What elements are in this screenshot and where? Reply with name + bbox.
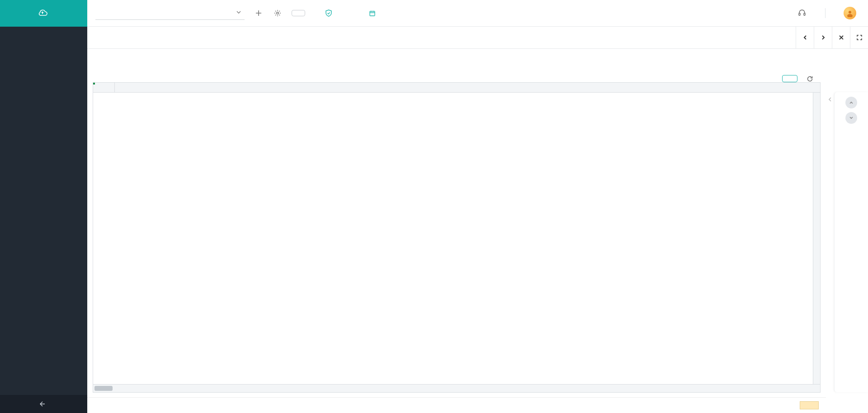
- tabs: [87, 27, 796, 48]
- unpin-button[interactable]: [0, 395, 87, 413]
- select-all-corner[interactable]: [93, 83, 115, 92]
- tabs-prev-button[interactable]: [796, 27, 814, 48]
- footer-note: [87, 397, 826, 413]
- tabs-row: [87, 27, 868, 49]
- headset-icon: [798, 9, 806, 17]
- tab-home[interactable]: [87, 27, 104, 48]
- company-input[interactable]: [95, 6, 245, 20]
- refresh-icon: [807, 75, 813, 82]
- shield-icon: [325, 9, 332, 17]
- subtabs-row: [87, 58, 826, 82]
- settings-gear-button[interactable]: [273, 8, 283, 18]
- verified-badge: [325, 9, 335, 17]
- calendar-icon: [369, 10, 376, 17]
- pin-icon: [39, 401, 46, 407]
- topbar: [87, 0, 868, 27]
- year-down-button[interactable]: [845, 112, 857, 124]
- avatar: [844, 7, 856, 19]
- chevron-down-icon: [236, 9, 242, 15]
- legend-swatch: [800, 401, 819, 409]
- year-up-button[interactable]: [845, 97, 857, 108]
- vertical-scrollbar[interactable]: [813, 93, 820, 384]
- svg-rect-1: [370, 11, 375, 16]
- sidebar: [0, 0, 87, 413]
- year-rail: [834, 92, 868, 392]
- horizontal-scrollbar[interactable]: [93, 384, 820, 392]
- svg-point-0: [277, 12, 279, 14]
- logo-area: [0, 0, 87, 27]
- legend: [793, 401, 819, 409]
- spreadsheet[interactable]: [93, 82, 821, 393]
- tabs-next-button[interactable]: [814, 27, 832, 48]
- refresh-button[interactable]: [807, 75, 816, 82]
- svg-point-5: [847, 14, 853, 17]
- consult-button[interactable]: [798, 9, 809, 17]
- period-picker[interactable]: [366, 10, 376, 17]
- reset-report-button[interactable]: [782, 75, 797, 82]
- menu: [0, 27, 87, 413]
- company-select[interactable]: [95, 6, 245, 20]
- add-button[interactable]: [254, 8, 264, 18]
- column-headers: [93, 83, 820, 93]
- svg-point-4: [849, 11, 851, 14]
- user-menu[interactable]: [844, 7, 860, 19]
- switch-old-button[interactable]: [292, 10, 305, 16]
- tabs-close-button[interactable]: [832, 27, 850, 48]
- fullscreen-button[interactable]: [850, 27, 868, 48]
- cloud-icon: [38, 9, 47, 17]
- collapse-rail-button[interactable]: [826, 49, 834, 413]
